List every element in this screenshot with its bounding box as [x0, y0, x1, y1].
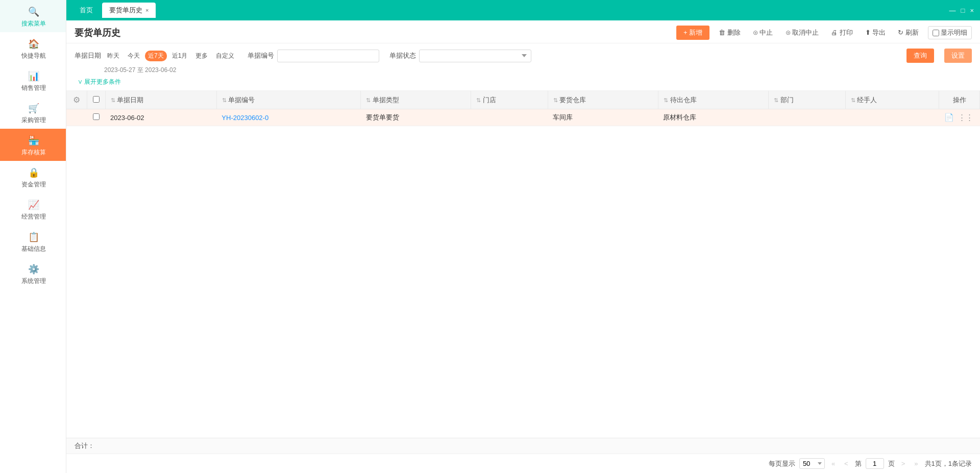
- row-checkbox-0[interactable]: [93, 113, 100, 120]
- tab-home-label: 首页: [80, 6, 93, 15]
- date-shortcut-1month[interactable]: 近1月: [169, 51, 191, 61]
- print-button[interactable]: 🖨 打印: [828, 26, 856, 39]
- table-row: 2023-06-02 YH-20230602-0 要货单要货 车间库 原材料仓库…: [66, 109, 980, 126]
- date-filter: 单据日期 昨天 今天 近7天 近1月 更多 自定义: [75, 51, 237, 61]
- th-orderno-sort-icon: ⇅: [222, 97, 227, 103]
- purchase-mgmt-icon: 🛒: [28, 103, 39, 114]
- last-page-btn[interactable]: »: [912, 459, 920, 468]
- th-action: 操作: [939, 91, 980, 109]
- quick-nav-label: 快捷导航: [21, 52, 46, 60]
- th-handler-sort-icon: ⇅: [851, 97, 855, 103]
- select-all-checkbox[interactable]: [93, 96, 100, 103]
- display-detail-label: 显示明细: [941, 28, 967, 37]
- row-out-warehouse: 原材料仓库: [658, 109, 768, 126]
- expand-filter-btn[interactable]: ∨ 展开更多条件: [75, 77, 972, 87]
- finance-mgmt-label: 资金管理: [21, 180, 46, 189]
- export-button[interactable]: ⬆ 导出: [862, 26, 889, 39]
- settings-col-icon[interactable]: ⚙: [73, 96, 80, 104]
- th-store: ⇅ 门店: [471, 91, 548, 109]
- refresh-button[interactable]: ↻ 刷新: [895, 26, 922, 39]
- total-info: 共1页，1条记录: [925, 459, 972, 468]
- delete-button[interactable]: 🗑 删除: [716, 26, 744, 39]
- date-shortcuts: 昨天 今天 近7天 近1月 更多 自定义: [104, 51, 237, 61]
- cancel-stop-button[interactable]: ⊙ 取消中止: [782, 26, 822, 39]
- query-button[interactable]: 查询: [906, 49, 934, 63]
- window-minimize-btn[interactable]: —: [949, 7, 956, 14]
- sidebar-item-finance-mgmt[interactable]: 🔒 资金管理: [0, 161, 66, 193]
- th-settings: ⚙: [66, 91, 87, 109]
- date-shortcut-7days[interactable]: 近7天: [145, 51, 167, 61]
- order-num-input[interactable]: [277, 50, 379, 62]
- table-footer: 合计：: [66, 438, 980, 454]
- topbar-right: — □ ×: [949, 7, 974, 14]
- basic-info-icon: 📋: [28, 231, 39, 243]
- tab-close-icon[interactable]: ×: [145, 7, 149, 13]
- row-edit-icon[interactable]: 📄: [944, 113, 954, 122]
- sidebar-item-purchase-mgmt[interactable]: 🛒 采购管理: [0, 97, 66, 129]
- search-menu-icon: 🔍: [28, 6, 39, 17]
- row-more-icon[interactable]: ⋮⋮: [958, 113, 973, 122]
- display-detail-checkbox[interactable]: [933, 30, 939, 36]
- page-label: 第: [855, 459, 862, 468]
- th-reqwh-sort-icon: ⇅: [553, 97, 558, 103]
- data-table: ⚙ ⇅ 单据日期 ⇅ 单据编号 ⇅ 单据类型 ⇅ 门店 ⇅ 要货仓库 ⇅ 待出仓…: [66, 91, 980, 126]
- order-num-label: 单据编号: [248, 51, 274, 60]
- date-filter-label: 单据日期: [75, 51, 101, 60]
- sales-mgmt-icon: 📊: [28, 70, 39, 82]
- quick-nav-icon: 🏠: [28, 38, 39, 50]
- row-date: 2023-06-02: [105, 109, 216, 126]
- sidebar-item-search-menu[interactable]: 🔍 搜索菜单: [0, 0, 66, 32]
- filter-bar: 单据日期 昨天 今天 近7天 近1月 更多 自定义 单据编号: [66, 43, 980, 91]
- date-shortcut-yesterday[interactable]: 昨天: [104, 51, 122, 61]
- date-range-display: 2023-05-27 至 2023-06-02: [104, 66, 176, 75]
- new-button[interactable]: + 新增: [676, 26, 709, 40]
- sidebar-item-system-mgmt[interactable]: ⚙️ 系统管理: [0, 257, 66, 290]
- date-shortcut-today[interactable]: 今天: [125, 51, 143, 61]
- th-checkbox: [87, 91, 105, 109]
- per-page-label: 每页显示: [769, 459, 795, 468]
- system-mgmt-icon: ⚙️: [28, 264, 39, 275]
- sidebar-item-inventory[interactable]: 🏪 库存核算: [0, 129, 66, 161]
- date-shortcut-more[interactable]: 更多: [192, 51, 211, 61]
- window-maximize-btn[interactable]: □: [961, 7, 965, 14]
- window-close-btn[interactable]: ×: [970, 7, 974, 14]
- finance-mgmt-icon: 🔒: [28, 167, 39, 178]
- first-page-btn[interactable]: «: [829, 459, 838, 468]
- row-order-no-link[interactable]: YH-20230602-0: [222, 114, 268, 122]
- page-input[interactable]: [866, 458, 884, 469]
- row-settings: [66, 109, 87, 126]
- tab-active[interactable]: 要货单历史 ×: [102, 3, 156, 18]
- stop-button[interactable]: ⊙ 中止: [750, 26, 776, 39]
- operations-mgmt-icon: 📈: [28, 199, 39, 210]
- settings-button[interactable]: 设置: [944, 49, 972, 63]
- status-select[interactable]: 待审批 已审批 已关闭: [419, 50, 531, 62]
- next-page-btn[interactable]: >: [899, 459, 908, 468]
- display-detail-button[interactable]: 显示明细: [928, 26, 972, 39]
- sidebar-item-quick-nav[interactable]: 🏠 快捷导航: [0, 32, 66, 64]
- main-area: 首页 要货单历史 × — □ × 要货单历史 + 新增 🗑 删除 ⊙ 中止 ⊙ …: [66, 0, 980, 473]
- topbar: 首页 要货单历史 × — □ ×: [66, 0, 980, 20]
- row-handler: [845, 109, 939, 126]
- row-order-no: YH-20230602-0: [216, 109, 360, 126]
- page-title: 要货单历史: [75, 27, 120, 39]
- search-menu-label: 搜索菜单: [21, 19, 46, 28]
- date-shortcut-custom[interactable]: 自定义: [213, 51, 237, 61]
- tab-home[interactable]: 首页: [72, 3, 100, 18]
- th-dept-sort-icon: ⇅: [774, 97, 778, 103]
- sidebar-item-basic-info[interactable]: 📋 基础信息: [0, 225, 66, 257]
- basic-info-label: 基础信息: [21, 245, 46, 253]
- inventory-icon: 🏪: [28, 135, 39, 146]
- prev-page-btn[interactable]: <: [842, 459, 851, 468]
- th-out-warehouse: ⇅ 待出仓库: [658, 91, 768, 109]
- row-store: [471, 109, 548, 126]
- table-container: ⚙ ⇅ 单据日期 ⇅ 单据编号 ⇅ 单据类型 ⇅ 门店 ⇅ 要货仓库 ⇅ 待出仓…: [66, 91, 980, 438]
- sidebar-item-operations-mgmt[interactable]: 📈 经营管理: [0, 193, 66, 225]
- th-order-no: ⇅ 单据编号: [216, 91, 360, 109]
- row-checkbox-cell: [87, 109, 105, 126]
- th-handler: ⇅ 经手人: [845, 91, 939, 109]
- sidebar-item-sales-mgmt[interactable]: 📊 销售管理: [0, 64, 66, 97]
- per-page-select[interactable]: 10 20 50 100: [799, 458, 825, 469]
- order-num-filter: 单据编号: [248, 50, 379, 62]
- content-area: 要货单历史 + 新增 🗑 删除 ⊙ 中止 ⊙ 取消中止 🖨 打印 ⬆ 导出 ↻ …: [66, 20, 980, 473]
- th-date-sort-icon: ⇅: [111, 97, 115, 103]
